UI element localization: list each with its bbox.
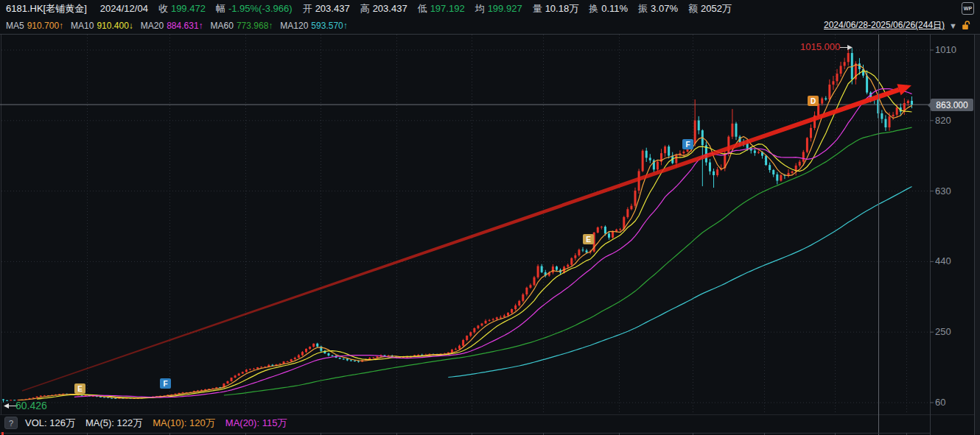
y-axis-tick-label: 250 <box>935 326 951 337</box>
stock-symbol[interactable]: 6181.HK[老铺黄金] <box>6 2 87 15</box>
event-marker-d[interactable]: D <box>808 96 819 106</box>
field-label-close: 收 <box>158 2 168 15</box>
last-price-value: 863.000 <box>936 100 967 110</box>
field-label-high: 高 <box>360 2 370 15</box>
field-value-low: 197.192 <box>430 3 465 14</box>
help-icon[interactable]: ? <box>4 417 18 429</box>
ma120-label: MA120 <box>280 21 308 31</box>
event-marker-f[interactable]: F <box>160 378 171 389</box>
field-value-change: -1.95%(-3.966) <box>228 3 293 14</box>
y-axis-tick-label: 60 <box>935 397 945 408</box>
ma120-value: 593.570↑ <box>311 21 347 31</box>
y-axis-tick-label: 440 <box>935 255 951 266</box>
field-label-volume: 量 <box>533 2 542 15</box>
vol-value: VOL: 126万 <box>25 417 75 430</box>
field-value-close: 199.472 <box>171 3 206 14</box>
field-label-change: 幅 <box>216 2 225 15</box>
field-label-avg: 均 <box>475 2 485 15</box>
last-price-badge: 863.000 <box>931 99 973 111</box>
badge-arrow-icon <box>924 102 931 109</box>
vol-ma20-value: MA(20): 115万 <box>225 417 287 430</box>
field-value-amount: 2052万 <box>701 2 732 15</box>
unlock-icon[interactable] <box>962 20 971 31</box>
y-axis-tick-label: 820 <box>935 115 951 126</box>
date-range-control[interactable]: 2024/06/28-2025/06/26(244日) ▼ <box>824 19 974 32</box>
event-marker-e[interactable]: E <box>74 383 85 394</box>
quote-date: 2024/12/04 <box>100 3 148 14</box>
ma10-label: MA10 <box>71 21 94 31</box>
date-range-label[interactable]: 2024/06/28-2025/06/26(244日) <box>824 19 945 32</box>
ma60-value: 773.968↑ <box>237 21 273 31</box>
ma5-label: MA5 <box>6 21 24 31</box>
ma5-value: 910.700↑ <box>27 21 63 31</box>
field-label-amplitude: 振 <box>638 2 648 15</box>
field-value-amplitude: 3.07% <box>651 3 678 14</box>
y-axis-tick-label: 1010 <box>935 44 956 55</box>
y-axis-tick-label: 630 <box>935 185 951 197</box>
field-value-high: 203.437 <box>373 3 407 14</box>
field-label-amount: 额 <box>688 2 698 15</box>
vol-ma5-value: MA(5): 122万 <box>85 417 142 430</box>
field-label-turnover-rate: 换 <box>589 2 598 15</box>
high-price-annotation: 1015.000 <box>800 41 840 52</box>
ma20-value: 884.631↑ <box>167 21 203 31</box>
vol-ma10-value: MA(10): 120万 <box>153 417 215 430</box>
low-price-annotation: 60.426 <box>15 400 47 411</box>
event-marker-e[interactable]: E <box>583 234 594 244</box>
event-marker-f[interactable]: F <box>682 139 693 149</box>
field-value-open: 203.437 <box>315 3 350 14</box>
ma20-label: MA20 <box>141 21 164 31</box>
quote-header: 6181.HK[老铺黄金] 2024/12/04 收199.472 幅-1.95… <box>0 0 980 17</box>
candlestick-chart[interactable] <box>0 0 980 435</box>
volume-legend-bar: ? VOL: 126万 MA(5): 122万 MA(10): 120万 MA(… <box>0 415 980 431</box>
field-label-low: 低 <box>418 2 427 15</box>
ma60-label: MA60 <box>211 21 234 31</box>
field-value-avg: 199.927 <box>488 3 522 14</box>
ma10-value: 910.400↓ <box>97 21 133 31</box>
ma-legend-bar: MA5910.700↑ MA10910.400↓ MA20884.631↑ MA… <box>0 17 980 34</box>
field-value-turnover-rate: 0.11% <box>601 3 628 14</box>
field-value-volume: 10.18万 <box>545 2 579 15</box>
chevron-down-icon[interactable]: ▼ <box>949 21 957 30</box>
field-label-open: 开 <box>303 2 312 15</box>
wp-icon[interactable]: WP <box>962 2 974 15</box>
